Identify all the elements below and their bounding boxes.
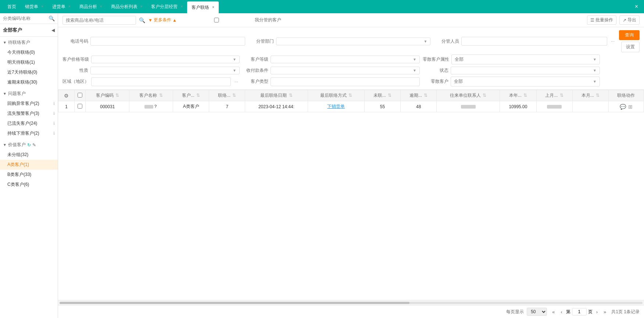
retail-attr-label: 零散客户属性 [423,56,449,63]
nature-select[interactable]: ▼ [90,67,240,74]
price-level-select[interactable]: ▼ [91,56,240,63]
export-button[interactable]: ↗ 导出 [619,15,640,25]
my-customers-filter[interactable]: 我分管的客户 [180,17,281,23]
filter-arrow-icon: ▲ [172,18,177,23]
col-uncontacted[interactable]: 未联... ⇅ [364,90,400,101]
manager-input[interactable] [461,37,607,46]
close-all-button[interactable]: × [632,3,641,10]
page-number-input[interactable] [572,308,587,315]
col-contact[interactable]: 联络... ⇅ [209,90,245,101]
col-type[interactable]: 客户... ⇅ [173,90,209,101]
region-input[interactable] [91,77,231,86]
nav-customer-segment-close[interactable]: × [180,0,183,13]
sidebar-item-today[interactable]: 今天待联络(0) [0,47,58,57]
next-page-button[interactable]: › [594,308,600,315]
col-name[interactable]: 客户名称 ⇅ [129,90,173,101]
col-last-month[interactable]: 上月... ⇅ [536,90,572,101]
nav-sales-close[interactable]: × [41,0,43,13]
query-button[interactable]: 查询 [619,30,640,40]
last-page-button[interactable]: » [601,308,608,315]
payment-select[interactable]: ▼ [271,67,420,74]
nav-purchase-close[interactable]: × [68,0,71,13]
status-label: 状态 [423,67,448,74]
settings-button[interactable]: 设置 [621,42,640,52]
col-last-method[interactable]: 最后联络方式 ⇅ [308,90,364,101]
last-method-link[interactable]: 下销货单 [327,104,345,109]
nav-sales[interactable]: 销货单 × [21,0,48,13]
col-this-month[interactable]: 本月... ⇅ [572,90,608,101]
sidebar-item-class-b[interactable]: B类客户(33) [0,170,58,180]
region-dots-icon[interactable]: ··· [233,78,240,85]
nav-home[interactable]: 首页 [3,0,21,13]
qr-icon[interactable]: ⊞ [628,104,633,110]
col-settings[interactable]: ⚙ [58,90,75,101]
value-refresh-icon[interactable]: ↻ [27,142,31,148]
sidebar-item-declining[interactable]: 持续下滑客户(2) ℹ [0,128,58,138]
nav-product-analysis-list[interactable]: 商品分析列表 × [107,0,147,13]
more-filters-button[interactable]: ▼ 更多条件 ▲ [148,17,177,23]
sidebar-search-input[interactable] [3,16,49,21]
retail-attr-select[interactable]: 全部 ▼ [451,54,600,64]
sidebar-item-overdue[interactable]: 逾期未联络(30) [0,77,58,87]
sidebar-search-icon[interactable]: 🔍 [49,15,55,21]
sidebar-item-repurchase-abnormal[interactable]: 回购异常客户(2) ℹ [0,99,58,109]
value-edit-icon[interactable]: ✎ [32,142,36,148]
col-contact-person[interactable]: 往来单位联系人 ⇅ [437,90,500,101]
sidebar-item-tomorrow[interactable]: 明天待联络(1) [0,57,58,67]
first-page-button[interactable]: « [550,308,557,315]
sidebar-item-class-c[interactable]: C类客户(6) [0,180,58,190]
nav-customer-segment[interactable]: 客户分层经营 × [147,0,187,13]
col-select-all[interactable] [75,90,86,101]
sidebar-item-ungrouped[interactable]: 未分组(32) [0,150,58,160]
select-all-checkbox[interactable] [78,93,82,98]
status-select[interactable]: ▼ [451,67,600,74]
search-button[interactable]: 🔍 [139,17,145,23]
repurchase-abnormal-label: 回购异常客户(2) [7,100,39,107]
prev-page-button[interactable]: ‹ [558,308,564,315]
sidebar-item-churned[interactable]: 已流失客户(24) ℹ [0,119,58,128]
scrollbar-thumb[interactable] [60,302,409,304]
table-settings-icon[interactable]: ⚙ [64,93,69,99]
customer-level-select[interactable]: ▼ [271,56,420,63]
my-customers-checkbox[interactable] [180,18,253,22]
nav-purchase[interactable]: 进货单 × [48,0,75,13]
sidebar: 🔍 全部客户 ◀ ▼ 待联络客户 今天待联络(0) 明天待联络(1) 近7天待联… [0,13,58,318]
message-icon[interactable]: 💬 [620,104,626,110]
col-this-year[interactable]: 本年... ⇅ [500,90,536,101]
cell-checkbox[interactable] [75,101,86,112]
sidebar-section-pending-title[interactable]: ▼ 待联络客户 [0,38,58,47]
code-sort-icon: ⇅ [115,93,119,98]
sidebar-section-value-title[interactable]: ▼ 价值客户 ↻ ✎ [0,140,58,150]
row-checkbox[interactable] [78,104,82,109]
sidebar-search-bar: 🔍 [0,13,58,24]
customer-type-input[interactable] [271,77,420,86]
sidebar-item-7days[interactable]: 近7天待联络(0) [0,67,58,77]
horizontal-scrollbar[interactable] [58,300,644,305]
phone-input[interactable] [90,37,245,46]
manager-dots-icon[interactable]: ··· [609,38,616,45]
nav-product-analysis-list-close[interactable]: × [140,0,143,13]
col-code[interactable]: 客户编码 ⇅ [86,90,129,101]
sidebar-item-churn-warning[interactable]: 流失预警客户(3) ℹ [0,109,58,119]
nav-customer-contact-close[interactable]: × [212,1,214,13]
retail-select[interactable]: 全部 ▼ [451,77,600,86]
batch-op-button[interactable]: ☰ 批量操作 [587,15,616,25]
filter-price-level: 客户价格等级 ▼ [62,56,240,63]
filter-actions: 查询 设置 [619,30,640,52]
sidebar-collapse-icon[interactable]: ◀ [51,28,55,33]
sidebar-item-class-a[interactable]: A类客户(1) [0,160,58,170]
per-page-select[interactable]: 50 100 [527,308,547,316]
nav-product-analysis-label: 商品分析 [79,0,97,13]
sidebar-section-problem-title[interactable]: ▼ 问题客户 [0,89,58,99]
problem-arrow-icon: ▼ [3,92,7,96]
nav-product-analysis-close[interactable]: × [100,0,102,13]
nav-product-analysis[interactable]: 商品分析 × [75,0,107,13]
col-overdue[interactable]: 逾期... ⇅ [401,90,437,101]
value-arrow-icon: ▼ [3,143,7,147]
dept-select[interactable]: ▼ [276,38,431,45]
search-input[interactable] [62,16,136,25]
export-label: 导出 [627,17,636,23]
cell-this-year: 10995.00 [500,101,536,112]
nav-customer-contact[interactable]: 客户联络 × [187,1,219,13]
col-last-date[interactable]: 最后联络日期 ⇅ [245,90,308,101]
